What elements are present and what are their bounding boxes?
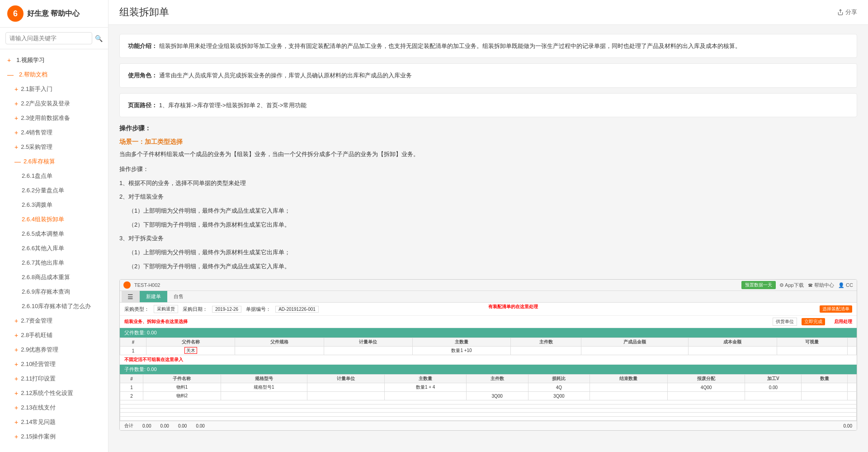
expand-icon: + [14,129,18,136]
col-action [848,338,857,347]
col-cost-amt: 成本金额 [688,338,777,347]
expand-icon: + [14,346,18,353]
sidebar-item-label: 2.6.9库存账本查询 [22,288,70,296]
search-icon[interactable]: 🔍 [95,35,103,42]
sidebar-item-label: 2.6.6其他入库单 [22,244,64,252]
sidebar-toggle-icon[interactable]: ☰ [122,291,140,302]
section-header-sub: 子件数量: 0.00 [120,365,857,374]
sidebar-item-new[interactable]: + 2.1新手入门 [0,82,108,96]
form-order-input[interactable]: AD-20191226-001 [275,306,319,313]
anno4-text: 不固定活不可组装在这里录入 [120,355,857,365]
sidebar-item-install[interactable]: + 2.2产品安装及登录 [0,96,108,111]
preset-data-btn[interactable]: 预置数据一天 [741,281,776,289]
col-unit: 计量单位 [324,338,412,347]
sidebar-item-label: 2.11打印设置 [21,375,56,383]
step3-2: （2）下部明细为子件明细，最终作为产成品生成某它入库单。 [119,261,857,272]
col-parent-spec: 父件规格 [235,338,324,347]
select-bom-btn[interactable]: 选择装配清单 [820,305,852,313]
supplier-input[interactable]: 供货单位 [773,318,797,326]
sidebar-item-label: 2.15操作案例 [21,433,56,441]
col-visible: 可视量 [777,338,847,347]
sidebar-item-faq[interactable]: + 2.14常见问题 [0,415,108,429]
total-label: 合计 [124,423,133,429]
child-items-table: # 子件名称 规格型号 计量单位 主数量 主件数 损耗比 结束数量 报废分配 加… [120,374,857,421]
expand-icon: + [14,100,18,107]
sidebar-item-otherin[interactable]: 2.6.6其他入库单 [0,241,108,256]
sidebar-item-stockcheck[interactable]: 2.6.9库存账本查询 [0,285,108,299]
sidebar-item-purchase[interactable]: + 2.5采购管理 [0,140,108,154]
table-row [120,409,857,413]
collapse-icon: — [14,158,21,165]
sidebar-item-label: 2.10经营管理 [21,360,56,368]
sidebar-item-assembly[interactable]: 2.6.4组装拆卸单 [0,212,108,227]
sidebar-item-splitstock[interactable]: 2.6.2分量盘点单 [0,183,108,198]
table-row [120,413,857,417]
app-id: TEST-H002 [134,282,160,288]
sidebar-item-mobile[interactable]: + 2.8手机旺铺 [0,328,108,343]
sidebar-item-stockerror[interactable]: 2.6.10库存账本错了怎么办 [0,299,108,314]
sidebar-item-sysconfig[interactable]: + 2.12系统个性化设置 [0,386,108,400]
form-date-input[interactable]: 2019-12-26 [212,306,241,313]
expand-icon: + [14,114,18,122]
search-input[interactable] [5,32,92,44]
sub-col-unit: 计量单位 [307,375,385,383]
col-qty: 主数量 [412,338,510,347]
top-bar: 组装拆卸单 分享 [108,0,868,25]
sidebar-item-ops[interactable]: + 2.10经营管理 [0,357,108,371]
collapse-icon: — [7,71,16,78]
sidebar-item-label: 2.2产品安装及登录 [21,100,70,108]
form-type-select[interactable]: 采购退货 [154,305,178,313]
sub-col-action [848,375,857,383]
table-row: 2 物料2 3Q00 3Q00 [120,392,857,400]
parent-name-cell[interactable]: 关木 [184,347,197,354]
ops-intro: 操作步骤： [119,164,857,175]
sub-col-end-qty: 结束数量 [590,375,668,383]
table-row [120,417,857,421]
sidebar-item-label: 2.14常见问题 [21,418,56,426]
share-button[interactable]: 分享 [837,8,857,16]
sidebar-item-otherout[interactable]: 2.6.7其他出库单 [0,256,108,270]
tab-active[interactable]: 新建单 [140,291,167,302]
sidebar-item-coupon[interactable]: + 2.9优惠券管理 [0,343,108,357]
table-row [120,400,857,404]
sidebar-item-video[interactable]: + 1.视频学习 [0,53,108,67]
sidebar-item-stocktake[interactable]: 2.6.1盘点单 [0,169,108,183]
sidebar-item-label: 2.9优惠券管理 [21,346,58,354]
sidebar-item-adjust[interactable]: 2.6.3调拨单 [0,198,108,212]
sidebar-item-onlinepay[interactable]: + 2.13在线支付 [0,400,108,415]
sidebar-item-label: 2.1新手入门 [21,85,52,93]
confirm-btn[interactable]: 立即完成 [802,318,825,325]
tab-self[interactable]: 自售 [167,291,190,302]
sidebar-item-label: 2.3使用前数据准备 [21,114,70,122]
anno2-text: 组装业务、拆卸业务在这里选择 [124,319,188,325]
step1: 1、根据不同的业务，选择不同单据的类型来处理 [119,178,857,189]
table-row: 1 关木 数量1 +10 [120,347,857,355]
expand-icon: + [7,57,14,64]
sidebar-item-data[interactable]: + 2.3使用前数据准备 [0,111,108,125]
scene1-desc: 当由多个子件材料组装成一个成品的业务为【组装】业务，当由一个父件拆分成多个子产品… [119,149,857,160]
section-header-top: 父件数量: 0.00 [120,328,857,338]
share-icon [837,9,844,15]
path-intro-label: 页面路径： [128,102,157,109]
sidebar-item-label: 2.8手机旺铺 [21,331,52,339]
parent-items-table: # 父件名称 父件规格 计量单位 主数量 主件数 产成品金额 成本金额 可视量 [120,338,857,355]
step3: 3、对于拆卖业务 [119,233,857,244]
main-content: 组装拆卸单 分享 功能介绍： 组装拆卸单用来处理企业组装或拆卸等加工业务，支持有… [108,0,868,452]
sidebar-item-print[interactable]: + 2.11打印设置 [0,371,108,386]
expand-icon: + [14,317,18,324]
sidebar-item-inventory[interactable]: — 2.6库存核算 [0,154,108,169]
sidebar-item-label: 2.7资金管理 [21,317,52,325]
form-date-label: 采购日期： [183,306,208,313]
sidebar-item-docs[interactable]: — 2.帮助文档 [0,67,108,82]
sidebar-item-cases[interactable]: + 2.15操作案例 [0,429,108,444]
step2-2: （2）下部明细为子件明细，最终作为原材料生成某它出库单。 [119,219,857,231]
sidebar-item-costadj[interactable]: 2.6.5成本调整单 [0,227,108,241]
sidebar-item-label: 2.12系统个性化设置 [21,389,73,397]
step3-1: （1）上部明细为父件明细，最终作为原材料生成某它出库单； [119,247,857,258]
form-order-label: 单据编号： [246,306,271,313]
brand-name: 好生意 帮助中心 [27,9,80,19]
sidebar-item-finance[interactable]: + 2.7资金管理 [0,314,108,328]
sidebar-item-sales[interactable]: + 2.4销售管理 [0,125,108,140]
sidebar-item-goodscost[interactable]: 2.6.8商品成本重算 [0,270,108,285]
sidebar-item-label: 2.6.3调拨单 [22,201,52,209]
